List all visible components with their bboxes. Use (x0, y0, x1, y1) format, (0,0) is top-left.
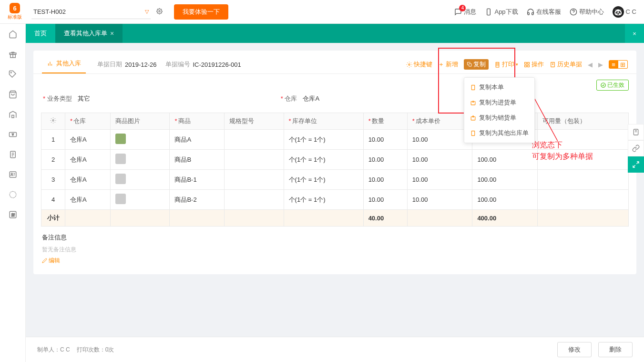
row-image (110, 130, 170, 150)
product-thumb-icon (115, 134, 126, 144)
modify-button[interactable]: 修改 (557, 342, 592, 357)
table-row[interactable]: 2 仓库A 商品B 个(1个 = 1个) 10.00 10.00 100.00 (41, 150, 629, 170)
col-warehouse: *仓库 (65, 113, 111, 130)
org-selector[interactable]: TEST-H002 ▽ (31, 5, 151, 19)
copy-as-sales-item[interactable]: 复制为销货单 (464, 110, 534, 125)
history-button[interactable]: 历史单据 (550, 60, 582, 69)
table-row[interactable]: 3 仓库A 商品B-1 个(1个 = 1个) 10.00 10.00 100.0… (41, 170, 629, 190)
operate-button[interactable]: 操作 (524, 60, 544, 69)
next-doc-icon[interactable]: ▶ (598, 61, 603, 68)
tab-home[interactable]: 首页 (26, 24, 55, 43)
edit-icon (42, 258, 47, 263)
list-icon (550, 62, 556, 68)
row-image (110, 190, 170, 210)
row-index: 4 (41, 190, 65, 210)
sidebar-extend-icon[interactable] (8, 190, 18, 199)
row-qty: 10.00 (363, 150, 407, 170)
tab-current[interactable]: 查看其他入库单 × (55, 24, 123, 43)
delete-button[interactable]: 删除 (598, 342, 633, 357)
row-unit: 个(1个 = 1个) (284, 150, 363, 170)
warehouse-field: * 仓库 仓库A (281, 94, 319, 103)
trial-button[interactable]: 我要体验一下 (174, 4, 228, 20)
float-note-icon[interactable] (628, 124, 644, 140)
row-warehouse: 仓库A (65, 190, 111, 210)
caret-down-icon: ▾ (516, 62, 518, 67)
remarks-empty: 暂无备注信息 (42, 246, 628, 254)
top-right-nav: 4 消息 App下载 在线客服 帮助中心 🐼 C C (454, 6, 636, 18)
copy-this-item[interactable]: 复制本单 (464, 80, 534, 95)
row-unit: 个(1个 = 1个) (284, 130, 363, 150)
new-button[interactable]: ＋新增 (438, 60, 458, 69)
avatar-icon: 🐼 (613, 6, 624, 18)
svg-rect-15 (10, 172, 16, 177)
box-out-icon (470, 115, 476, 121)
warehouse-value: 仓库A (303, 94, 319, 103)
row-warehouse: 仓库A (65, 170, 111, 190)
grid-view-icon[interactable]: ⊞ (618, 60, 628, 69)
sidebar-bag-icon[interactable] (8, 90, 18, 99)
table-row[interactable]: 4 仓库A 商品B-2 个(1个 = 1个) 10.00 10.00 100.0… (41, 190, 629, 210)
row-price: 10.00 (407, 130, 472, 150)
sidebar-contact-icon[interactable] (8, 170, 18, 179)
logo-icon: 6 (10, 3, 20, 13)
box-in-icon (470, 100, 476, 106)
sidebar-clipboard-icon[interactable] (8, 150, 18, 159)
svg-point-40 (52, 120, 54, 121)
float-link-icon[interactable] (628, 140, 644, 156)
sidebar-warehouse-icon[interactable] (8, 110, 18, 119)
row-qty: 10.00 (363, 130, 407, 150)
row-amount: 100.00 (472, 150, 538, 170)
panel-tab[interactable]: 其他入库 (42, 55, 86, 73)
shortcut-button[interactable]: 快捷键 (406, 60, 432, 69)
org-name: TEST-H002 (33, 8, 66, 15)
copy-button[interactable]: 复制 (464, 59, 489, 70)
row-index: 1 (41, 130, 65, 150)
app-download-link[interactable]: App下载 (485, 8, 518, 16)
remarks-edit-button[interactable]: 编辑 (42, 257, 60, 265)
view-toggle: ≡ ⊞ (609, 60, 628, 69)
row-product: 商品B-1 (170, 170, 225, 190)
help-center-link[interactable]: 帮助中心 (570, 8, 604, 16)
messages-link[interactable]: 4 消息 (454, 8, 476, 16)
svg-point-7 (10, 72, 11, 73)
col-qty: *数量 (363, 113, 407, 130)
col-unit: *库存单位 (284, 113, 363, 130)
top-header: 6 标准版 TEST-H002 ▽ 我要体验一下 4 消息 App下载 在线客服… (0, 0, 644, 24)
org-settings-icon[interactable] (156, 8, 163, 16)
print-button[interactable]: 打印 ▾ (494, 60, 518, 69)
user-menu[interactable]: 🐼 C C (613, 6, 636, 18)
row-product: 商品A (170, 130, 225, 150)
sidebar-tag-icon[interactable] (8, 70, 18, 79)
subtotal-qty: 40.00 (363, 210, 407, 227)
svg-rect-26 (469, 64, 472, 67)
col-gear[interactable] (41, 113, 65, 130)
table-row[interactable]: 1 仓库A 商品A 个(1个 = 1个) 10.00 10.00 100.00 (41, 130, 629, 150)
sidebar-money-icon[interactable]: ¥ (8, 130, 18, 139)
list-view-icon[interactable]: ≡ (609, 60, 618, 69)
svg-rect-35 (528, 65, 530, 67)
sidebar-gift-icon[interactable] (8, 50, 18, 59)
float-expand-icon[interactable] (628, 156, 644, 173)
product-thumb-icon (115, 154, 126, 164)
doc-no-value: IC-20191226-001 (193, 61, 241, 68)
online-service-link[interactable]: 在线客服 (527, 8, 561, 16)
doc-no-label: 单据编号 (165, 60, 190, 69)
tab-bar-close-icon[interactable]: × (625, 24, 644, 43)
logo[interactable]: 6 标准版 (2, 3, 28, 21)
panel-actions: 快捷键 ＋新增 复制 复制本单 复制为进货单 (406, 59, 628, 70)
svg-rect-27 (471, 85, 475, 90)
row-available (537, 130, 628, 150)
svg-text:¥: ¥ (12, 133, 14, 136)
copy-as-other-out-item[interactable]: 复制为其他出库单 (464, 125, 534, 141)
close-icon[interactable]: × (110, 30, 114, 37)
biz-type-value: 其它 (78, 94, 90, 103)
row-qty: 10.00 (363, 190, 407, 210)
row-index: 2 (41, 150, 65, 170)
prev-doc-icon[interactable]: ◀ (588, 61, 593, 68)
row-image (110, 170, 170, 190)
row-price: 10.00 (407, 190, 472, 210)
copy-as-purchase-item[interactable]: 复制为进货单 (464, 95, 534, 110)
sidebar-home-icon[interactable] (8, 30, 18, 39)
sidebar-new-icon[interactable]: 新 (8, 210, 18, 219)
subtotal-label: 小计 (41, 210, 65, 227)
